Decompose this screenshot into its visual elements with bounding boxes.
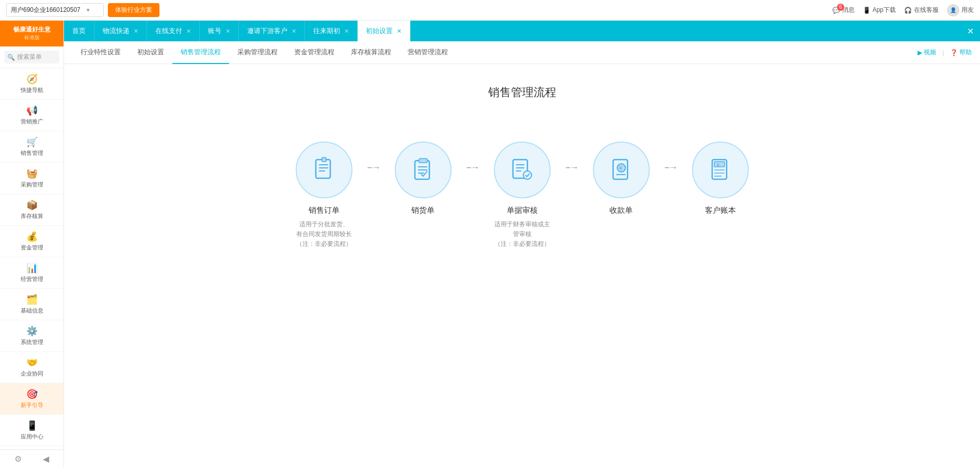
sidebar-item-base-info[interactable]: 🗂️ 基础信息	[0, 289, 63, 320]
flow-arrow-4: --→	[663, 162, 679, 173]
svg-rect-0	[316, 160, 330, 178]
flow-step-customer-ledger[interactable]: ¥ 客户账本	[679, 142, 762, 220]
nav-tab-close-logistics[interactable]: ✕	[134, 28, 138, 35]
flow-circle-receipt: ¥	[593, 142, 650, 198]
logo-sub: 标准版	[24, 34, 40, 41]
sidebar-item-icon-purchase-mgmt: 🧺	[26, 168, 38, 179]
flow-step-title-receipt: 收款单	[609, 206, 633, 215]
nav-tab-close-period-initial[interactable]: ✕	[344, 28, 349, 35]
sidebar-search[interactable]: 🔍 搜索菜单	[0, 46, 63, 68]
sidebar-item-label-new-guide: 新手引导	[21, 401, 43, 409]
nav-tab-online-pay[interactable]: 在线支付✕	[147, 21, 200, 41]
nav-tab-account[interactable]: 账号✕	[200, 21, 239, 41]
user-avatar-item[interactable]: 👤 用友	[947, 4, 974, 17]
nav-tab-close-invite-downstream[interactable]: ✕	[292, 28, 296, 35]
sub-tab-label-marketing-flow: 营销管理流程	[408, 48, 448, 56]
service-label: 在线客服	[914, 6, 939, 14]
sidebar-item-marketing-promo[interactable]: 📢 营销推广	[0, 100, 63, 131]
flow-step-sales-order[interactable]: 销售订单 适用于分批发货、有合同发货周期较长（注：非必要流程）	[283, 142, 365, 249]
app-label: App下载	[873, 6, 896, 14]
app-download-item[interactable]: 📱 App下载	[863, 6, 896, 14]
sub-tab-label-capital-flow: 资金管理流程	[294, 48, 334, 56]
sidebar-item-inventory[interactable]: 📦 库存核算	[0, 194, 63, 226]
sidebar-bottom: ⚙ ◀	[0, 449, 63, 468]
sub-tab-inventory-flow[interactable]: 库存核算流程	[343, 41, 399, 64]
sidebar-item-app-center[interactable]: 📱 应用中心	[0, 415, 63, 446]
nav-tab-close-online-pay[interactable]: ✕	[186, 28, 191, 35]
headset-icon: 🎧	[904, 7, 912, 14]
sidebar-item-icon-enterprise-coop: 🤝	[26, 357, 38, 368]
phone-icon: 📱	[863, 7, 871, 14]
sub-tab-label-initial-setup: 初始设置	[137, 48, 164, 56]
flow-step-receipt[interactable]: ¥ 收款单	[580, 142, 663, 220]
video-label: 视频	[924, 48, 936, 57]
arrow-icon-2: --→	[467, 162, 479, 173]
trial-btn[interactable]: 体验行业方案	[108, 3, 159, 17]
sidebar: 畅康通好生意 标准版 🔍 搜索菜单 🧭 快捷导航 📢 营销推广 🛒 销售管理 🧺…	[0, 21, 64, 468]
sidebar-item-enterprise-coop[interactable]: 🤝 企业协同	[0, 352, 63, 383]
sidebar-item-icon-operation-mgmt: 📊	[26, 262, 38, 274]
user-selector[interactable]: 用户690企业1660120507 ▼	[6, 3, 104, 17]
user-label: 用户690企业1660120507	[11, 6, 81, 14]
nav-tab-label-account: 账号	[208, 26, 221, 36]
sidebar-item-sys-mgmt[interactable]: ⚙️ 系统管理	[0, 320, 63, 352]
nav-tab-logistics[interactable]: 物流快递✕	[94, 21, 147, 41]
online-service-item[interactable]: 🎧 在线客服	[904, 6, 939, 14]
help-link[interactable]: ❓ 帮助	[950, 48, 972, 57]
collapse-icon[interactable]: ◀	[43, 454, 49, 464]
nav-tab-label-logistics: 物流快递	[103, 26, 130, 36]
sub-tabs-bar: 行业特性设置初始设置销售管理流程采购管理流程资金管理流程库存核算流程营销管理流程…	[64, 41, 980, 64]
settings-icon[interactable]: ⚙	[14, 454, 22, 464]
search-input-wrapper[interactable]: 🔍 搜索菜单	[4, 51, 59, 64]
user-avatar-label: 用友	[961, 6, 974, 14]
sub-tab-marketing-flow[interactable]: 营销管理流程	[399, 41, 456, 64]
sidebar-item-purchase-mgmt[interactable]: 🧺 采购管理	[0, 163, 63, 194]
arrow-icon-3: --→	[566, 162, 578, 173]
nav-tab-close-account[interactable]: ✕	[226, 28, 230, 35]
flow-circle-customer-ledger: ¥	[692, 142, 749, 198]
sub-tab-sales-flow[interactable]: 销售管理流程	[172, 41, 229, 64]
flow-arrow-1: --→	[365, 162, 382, 173]
sidebar-item-icon-inventory: 📦	[26, 199, 38, 211]
main-layout: 畅康通好生意 标准版 🔍 搜索菜单 🧭 快捷导航 📢 营销推广 🛒 销售管理 🧺…	[0, 21, 980, 468]
content-area: 首页物流快递✕在线支付✕账号✕邀请下游客户✕往来期初✕初始设置✕✕ 行业特性设置…	[64, 21, 980, 468]
video-link[interactable]: ▶ 视频	[918, 48, 936, 57]
help-label: 帮助	[959, 48, 972, 57]
nav-tab-invite-downstream[interactable]: 邀请下游客户✕	[239, 21, 305, 41]
nav-tab-home[interactable]: 首页	[64, 21, 94, 41]
flow-step-sales-delivery[interactable]: 销货单	[382, 142, 464, 220]
nav-tab-close-initial-setup[interactable]: ✕	[397, 28, 401, 35]
message-badge-wrap: 💬 6	[832, 7, 840, 14]
sidebar-item-label-operation-mgmt: 经营管理	[21, 275, 43, 283]
sub-tab-industry-settings[interactable]: 行业特性设置	[72, 41, 129, 64]
flow-step-doc-review[interactable]: 单据审核 适用于财务审核或主管审核（注：非必要流程）	[481, 142, 564, 249]
chevron-down-icon: ▼	[86, 7, 91, 13]
nav-tabs-close-all[interactable]: ✕	[961, 21, 980, 41]
flow-arrow-3: --→	[564, 162, 580, 173]
arrow-icon-1: --→	[367, 162, 380, 173]
sidebar-item-quick-nav[interactable]: 🧭 快捷导航	[0, 68, 63, 100]
nav-tab-initial-setup[interactable]: 初始设置✕	[358, 21, 410, 41]
play-icon: ▶	[918, 49, 922, 56]
sub-tabs-right: ▶ 视频 | ❓ 帮助	[918, 48, 972, 57]
close-all-icon: ✕	[967, 26, 974, 36]
sub-tab-purchase-flow[interactable]: 采购管理流程	[229, 41, 286, 64]
sub-tab-initial-setup[interactable]: 初始设置	[129, 41, 172, 64]
sidebar-item-operation-mgmt[interactable]: 📊 经营管理	[0, 257, 63, 289]
sidebar-item-new-guide[interactable]: 🎯 新手引导	[0, 383, 63, 415]
nav-tab-period-initial[interactable]: 往来期初✕	[305, 21, 358, 41]
nav-tabs-bar: 首页物流快递✕在线支付✕账号✕邀请下游客户✕往来期初✕初始设置✕✕	[64, 21, 980, 41]
flow-step-title-sales-order: 销售订单	[309, 206, 340, 215]
page-title: 销售管理流程	[85, 85, 959, 100]
sidebar-item-finance-mgmt[interactable]: 💰 资金管理	[0, 226, 63, 257]
message-badge: 6	[837, 4, 844, 11]
sidebar-item-label-marketing-promo: 营销推广	[21, 118, 43, 126]
avatar: 👤	[947, 4, 959, 17]
sidebar-items: 🧭 快捷导航 📢 营销推广 🛒 销售管理 🧺 采购管理 📦 库存核算 💰 资金管…	[0, 68, 63, 449]
message-item[interactable]: 💬 6 消息	[832, 6, 855, 14]
sidebar-item-sales-mgmt[interactable]: 🛒 销售管理	[0, 131, 63, 163]
sidebar-item-icon-quick-nav: 🧭	[26, 73, 38, 85]
sub-tab-capital-flow[interactable]: 资金管理流程	[286, 41, 343, 64]
flow-step-desc-sales-order: 适用于分批发货、有合同发货周期较长（注：非必要流程）	[296, 220, 352, 249]
nav-tab-label-online-pay: 在线支付	[155, 26, 182, 36]
